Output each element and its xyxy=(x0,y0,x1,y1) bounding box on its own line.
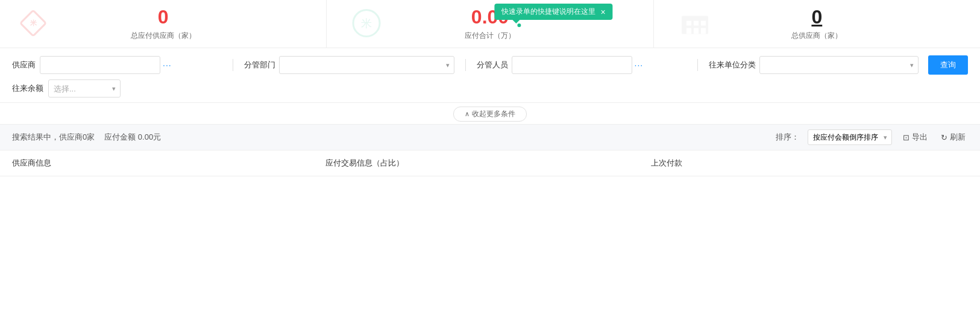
unit-class-filter-group: 往来单位分类 ▾ xyxy=(709,56,919,74)
col-header-lastpay: 上次付款 xyxy=(651,158,968,169)
shortcut-tooltip: 快速录单的快捷键说明在这里 × xyxy=(494,4,612,20)
stat-label-suppliers: 总供应商（家） xyxy=(791,31,842,41)
svg-rect-8 xyxy=(686,28,691,34)
dept-select[interactable] xyxy=(279,56,454,74)
stat-label-total: 应付合计（万） xyxy=(465,31,515,41)
export-label: 导出 xyxy=(912,132,928,143)
building-icon xyxy=(678,10,712,38)
balance-select[interactable]: 选择... xyxy=(48,79,121,98)
table-body xyxy=(0,176,980,310)
person-label: 分管人员 xyxy=(477,60,508,70)
sort-select[interactable]: 按应付会额倒序排序 按应付会额正序排序 按供应商名称排序 xyxy=(808,129,892,145)
person-filter-group: 分管人员 ··· xyxy=(477,56,686,74)
balance-select-wrap: 选择... ▾ xyxy=(48,79,121,98)
person-dots-btn[interactable]: ··· xyxy=(635,60,644,70)
tooltip-dot xyxy=(516,22,522,28)
collapse-row: ∧ 收起更多条件 xyxy=(0,103,980,125)
divider-2 xyxy=(465,59,466,71)
stat-payable-total: 米 快速录单的快捷键说明在这里 × 0.00 应付合计（万） xyxy=(327,0,653,48)
col-header-supplier: 供应商信息 xyxy=(12,158,325,169)
svg-text:米: 米 xyxy=(361,17,372,29)
supplier-input[interactable] xyxy=(40,56,160,74)
refresh-label: 刷新 xyxy=(950,132,966,143)
sort-label: 排序： xyxy=(776,132,799,143)
results-actions: 排序： 按应付会额倒序排序 按应付会额正序排序 按供应商名称排序 ▾ ⊡ 导出 … xyxy=(776,129,968,145)
stats-bar: 米 0 总应付供应商（家） 米 快速录单的快捷键说明在这里 × 0.00 应付合… xyxy=(0,0,980,48)
collapse-label: 收起更多条件 xyxy=(472,109,515,119)
mint-icon: 米 xyxy=(351,7,382,40)
tooltip-close-btn[interactable]: × xyxy=(600,8,605,16)
refresh-button[interactable]: ↻ 刷新 xyxy=(938,132,968,143)
collapse-button[interactable]: ∧ 收起更多条件 xyxy=(453,107,527,122)
results-info: 搜索结果中，供应商0家 应付金额 0.00元 xyxy=(12,132,161,143)
stat-label-payable: 总应付供应商（家） xyxy=(131,31,196,41)
export-icon: ⊡ xyxy=(903,133,909,142)
refresh-icon: ↻ xyxy=(941,133,947,142)
col-header-transaction: 应付交易信息（占比） xyxy=(325,158,651,169)
supplier-filter-group: 供应商 ··· xyxy=(12,56,222,74)
svg-text:米: 米 xyxy=(30,19,37,26)
filter-row-2: 往来余额 选择... ▾ xyxy=(12,79,968,98)
stat-number-suppliers: 0 xyxy=(811,7,822,28)
divider-1 xyxy=(233,59,233,71)
unit-class-select-wrap: ▾ xyxy=(759,56,919,74)
diamond-logo-icon: 米 xyxy=(18,8,48,40)
collapse-chevron-icon: ∧ xyxy=(465,110,470,118)
unit-class-label: 往来单位分类 xyxy=(709,60,756,70)
table-header: 供应商信息 应付交易信息（占比） 上次付款 xyxy=(0,150,980,176)
results-bar: 搜索结果中，供应商0家 应付金额 0.00元 排序： 按应付会额倒序排序 按应付… xyxy=(0,125,980,150)
svg-rect-7 xyxy=(701,20,706,25)
svg-rect-9 xyxy=(694,28,699,34)
stat-total-payable: 米 0 总应付供应商（家） xyxy=(0,0,327,48)
filter-bar: 供应商 ··· 分管部门 ▾ 分管人员 ··· 往来单位分类 xyxy=(0,48,980,103)
supplier-dots-btn[interactable]: ··· xyxy=(163,60,172,70)
dept-select-wrap: ▾ xyxy=(279,56,454,74)
filter-row-1: 供应商 ··· 分管部门 ▾ 分管人员 ··· 往来单位分类 xyxy=(12,55,968,75)
person-input[interactable] xyxy=(512,56,632,74)
svg-rect-6 xyxy=(694,20,699,25)
query-btn-wrap: 查询 xyxy=(928,55,968,75)
dept-filter-group: 分管部门 ▾ xyxy=(244,56,454,74)
svg-rect-5 xyxy=(686,20,691,25)
dept-label: 分管部门 xyxy=(244,60,275,70)
stat-total-suppliers: 0 总供应商（家） xyxy=(654,0,980,48)
export-button[interactable]: ⊡ 导出 xyxy=(900,132,930,143)
tooltip-text: 快速录单的快捷键说明在这里 xyxy=(501,7,595,17)
results-amount: 应付金额 0.00元 xyxy=(104,132,161,143)
stat-number-payable: 0 xyxy=(158,7,169,28)
balance-label: 往来余额 xyxy=(12,83,43,94)
supplier-label: 供应商 xyxy=(12,60,36,70)
sort-select-wrap: 按应付会额倒序排序 按应付会额正序排序 按供应商名称排序 ▾ xyxy=(808,129,892,145)
results-summary: 搜索结果中，供应商0家 xyxy=(12,132,95,143)
unit-class-select[interactable] xyxy=(759,56,919,74)
divider-3 xyxy=(697,59,698,71)
query-button[interactable]: 查询 xyxy=(928,55,968,75)
svg-rect-10 xyxy=(701,28,706,34)
